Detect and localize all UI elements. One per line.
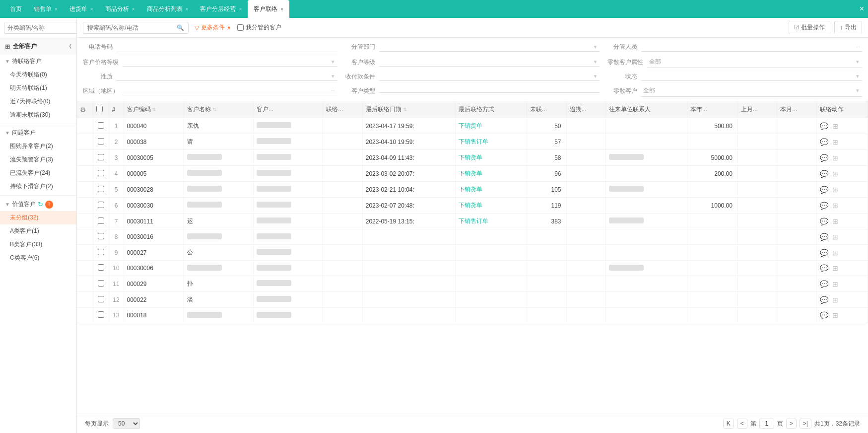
row-checkbox[interactable]: [98, 202, 104, 208]
refresh-icon[interactable]: ↻: [38, 201, 43, 208]
tab-home[interactable]: 首页: [4, 0, 28, 18]
customer-grade-select[interactable]: ▼: [379, 58, 600, 67]
search-icon[interactable]: 🔍: [177, 24, 184, 31]
chat-icon[interactable]: 💬: [820, 296, 828, 304]
sidebar-search-input[interactable]: [4, 22, 77, 34]
row-checkbox[interactable]: [98, 249, 104, 255]
sidebar-item-ungrouped[interactable]: 未分组(32): [0, 211, 76, 224]
chat-icon[interactable]: 💬: [820, 264, 828, 272]
grid-action-icon[interactable]: ⊞: [832, 233, 838, 241]
tab-customer-contact-close[interactable]: ×: [280, 6, 283, 12]
row-checkbox[interactable]: [98, 154, 104, 160]
row-checkbox[interactable]: [98, 170, 104, 176]
chat-icon[interactable]: 💬: [820, 154, 828, 162]
sidebar-item-7days[interactable]: 近7天待联络(0): [0, 95, 76, 108]
select-all-checkbox[interactable]: [96, 106, 103, 112]
chat-icon[interactable]: 💬: [820, 138, 828, 146]
next-page-btn[interactable]: >: [786, 419, 797, 429]
sidebar-item-churned[interactable]: 已流失客户(24): [0, 166, 76, 180]
price-grade-select[interactable]: ▼: [123, 58, 337, 67]
last-method-link[interactable]: 下销货单: [459, 122, 482, 129]
retail-customer-select[interactable]: 全部 ▼: [641, 85, 862, 97]
sidebar-item-class-c[interactable]: C类客户(6): [0, 251, 76, 265]
sidebar-item-declining[interactable]: 持续下滑客户(2): [0, 180, 76, 193]
tab-customer-tier-close[interactable]: ×: [239, 6, 242, 12]
col-settings[interactable]: ⚙: [77, 101, 93, 118]
export-button[interactable]: ↑ 导出: [834, 21, 862, 34]
last-method-link[interactable]: 下销货单: [459, 202, 482, 209]
chat-icon[interactable]: 💬: [820, 186, 828, 194]
tab-sales[interactable]: 销售单 ×: [28, 0, 64, 18]
window-close-icon[interactable]: ×: [860, 4, 864, 13]
row-checkbox[interactable]: [98, 186, 104, 192]
grid-action-icon[interactable]: ⊞: [832, 138, 838, 146]
sidebar-item-churn-warning[interactable]: 流失预警客户(3): [0, 153, 76, 166]
last-method-link[interactable]: 下销货单: [459, 154, 482, 161]
tab-product-analysis-list[interactable]: 商品分析列表 ×: [141, 0, 195, 18]
tab-customer-contact[interactable]: 客户联络 ×: [248, 0, 289, 18]
phone-input[interactable]: [117, 42, 337, 52]
search-input[interactable]: [87, 24, 177, 31]
payment-select[interactable]: ▼: [379, 72, 600, 81]
grid-action-icon[interactable]: ⊞: [832, 296, 838, 304]
chat-icon[interactable]: 💬: [820, 280, 828, 288]
chat-icon[interactable]: 💬: [820, 233, 828, 241]
sidebar-item-today[interactable]: 今天待联络(0): [0, 68, 76, 81]
col-last-date[interactable]: 最后联络日期: [362, 101, 456, 118]
my-customers-check[interactable]: [237, 24, 244, 31]
col-name[interactable]: 客户名称: [184, 101, 253, 118]
last-method-link[interactable]: 下销售订单: [459, 138, 488, 145]
grid-action-icon[interactable]: ⊞: [832, 122, 838, 130]
chat-icon[interactable]: 💬: [820, 202, 828, 210]
chat-icon[interactable]: 💬: [820, 249, 828, 257]
sidebar-collapse-icon[interactable]: 《: [67, 43, 71, 50]
first-page-btn[interactable]: K: [723, 419, 734, 429]
sidebar-item-abnormal[interactable]: 囤购异常客户(2): [0, 140, 76, 153]
area-select[interactable]: ···: [123, 86, 337, 95]
row-checkbox[interactable]: [98, 296, 104, 302]
sidebar-group-problem[interactable]: ▼ 问题客户: [0, 126, 76, 140]
chat-icon[interactable]: 💬: [820, 311, 828, 319]
grid-action-icon[interactable]: ⊞: [832, 311, 838, 319]
grid-action-icon[interactable]: ⊞: [832, 154, 838, 162]
sidebar-item-class-b[interactable]: B类客户(33): [0, 238, 76, 251]
sidebar-all-customers[interactable]: ⊞ 全部客户 《: [0, 38, 76, 55]
row-checkbox[interactable]: [98, 122, 104, 129]
grid-action-icon[interactable]: ⊞: [832, 202, 838, 210]
tab-product-analysis-list-close[interactable]: ×: [186, 6, 189, 12]
col-code[interactable]: 客户编码: [124, 101, 184, 118]
grid-action-icon[interactable]: ⊞: [832, 186, 838, 194]
customer-type-select[interactable]: [379, 89, 600, 93]
grid-action-icon[interactable]: ⊞: [832, 280, 838, 288]
nature-select[interactable]: ▼: [117, 72, 337, 81]
dept-select[interactable]: ▼: [379, 43, 600, 52]
tab-purchase[interactable]: 进货单 ×: [64, 0, 99, 18]
last-method-link[interactable]: 下销售订单: [459, 217, 488, 224]
row-checkbox[interactable]: [98, 311, 104, 318]
chat-icon[interactable]: 💬: [820, 122, 828, 130]
last-method-link[interactable]: 下销货单: [459, 170, 482, 177]
sidebar-item-overdue[interactable]: 逾期未联络(30): [0, 108, 76, 122]
grid-action-icon[interactable]: ⊞: [832, 170, 838, 178]
grid-action-icon[interactable]: ⊞: [832, 217, 838, 225]
grid-action-icon[interactable]: ⊞: [832, 264, 838, 272]
row-checkbox[interactable]: [98, 217, 104, 224]
tab-sales-close[interactable]: ×: [55, 6, 58, 12]
sidebar-group-pending[interactable]: ▼ 待联络客户: [0, 55, 76, 68]
sidebar-group-value[interactable]: ▼ 价值客户 ↻ !: [0, 198, 76, 211]
tab-customer-tier[interactable]: 客户分层经营 ×: [194, 0, 248, 18]
tab-purchase-close[interactable]: ×: [90, 6, 93, 12]
settings-icon[interactable]: ⚙: [80, 106, 86, 114]
last-page-btn[interactable]: >|: [800, 419, 811, 429]
more-conditions-btn[interactable]: ▽ 更多条件 ∧: [195, 23, 231, 32]
manager-select[interactable]: ···: [641, 43, 862, 52]
chat-icon[interactable]: 💬: [820, 217, 828, 225]
grid-action-icon[interactable]: ⊞: [832, 249, 838, 257]
last-method-link[interactable]: 下销货单: [459, 186, 482, 193]
page-size-select[interactable]: 50 100 200: [113, 418, 140, 429]
my-customers-checkbox[interactable]: 我分管的客户: [237, 23, 281, 32]
row-checkbox[interactable]: [98, 280, 104, 287]
row-checkbox[interactable]: [98, 264, 104, 271]
prev-page-btn[interactable]: <: [737, 419, 747, 429]
row-checkbox[interactable]: [98, 138, 104, 144]
